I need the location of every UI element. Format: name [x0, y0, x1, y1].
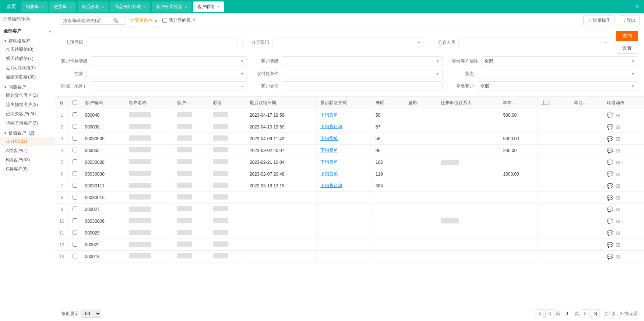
page-size-select[interactable]: 50 100: [81, 310, 101, 318]
query-button[interactable]: 查询: [616, 31, 638, 41]
chat-icon[interactable]: 💬: [607, 207, 613, 212]
row-select-checkbox[interactable]: [73, 254, 77, 258]
customer-type-select[interactable]: [282, 81, 443, 91]
row-select-checkbox[interactable]: [73, 112, 77, 117]
row-checkbox[interactable]: [68, 156, 81, 168]
more-conditions-button[interactable]: ▽ 更多条件 ▲: [130, 17, 158, 24]
filter-search-input[interactable]: [63, 18, 111, 23]
batch-op-button[interactable]: ☑ 批量操作: [583, 15, 615, 25]
all-customers-header[interactable]: 全部客户 «: [0, 25, 55, 36]
row-select-checkbox[interactable]: [73, 242, 77, 247]
contact-method-link[interactable]: 下销货单: [320, 171, 338, 176]
row-checkbox[interactable]: [68, 227, 81, 239]
chat-icon[interactable]: 💬: [607, 242, 613, 248]
row-checkbox[interactable]: [68, 180, 81, 192]
phone-input[interactable]: [86, 38, 238, 47]
row-select-checkbox[interactable]: [73, 183, 77, 188]
close-icon[interactable]: ×: [102, 4, 104, 9]
customer-level-select[interactable]: ▼: [282, 56, 443, 66]
sidebar-item-pending-today[interactable]: 今天待联络(0): [0, 45, 55, 54]
sidebar-item-pending-week[interactable]: 近7天待联络(0): [0, 63, 55, 73]
grid-icon[interactable]: ⊞: [616, 124, 620, 130]
row-checkbox[interactable]: [68, 168, 81, 180]
row-select-checkbox[interactable]: [73, 171, 77, 176]
last-page-button[interactable]: >|: [591, 309, 600, 318]
chat-icon[interactable]: 💬: [607, 218, 613, 224]
close-icon[interactable]: ×: [143, 4, 145, 9]
grid-icon[interactable]: ⊞: [616, 242, 620, 248]
sidebar-item-class-c[interactable]: C类客户(6): [0, 165, 55, 174]
dept-select[interactable]: ▼: [272, 38, 424, 47]
chat-icon[interactable]: 💬: [607, 159, 613, 165]
manager-select[interactable]: ···: [458, 38, 610, 47]
select-all-checkbox[interactable]: [73, 100, 77, 105]
row-checkbox[interactable]: [68, 204, 81, 215]
tab-customer-tier[interactable]: 客户分层经客 ×: [152, 1, 191, 12]
row-checkbox[interactable]: [68, 192, 81, 204]
value-group-label[interactable]: ▼ 价值客户 🔄: [0, 128, 55, 137]
row-checkbox[interactable]: [68, 133, 81, 145]
row-select-checkbox[interactable]: [73, 124, 77, 129]
chat-icon[interactable]: 💬: [607, 171, 613, 177]
sidebar-item-declining[interactable]: 持续下滑客户(2): [0, 119, 55, 128]
grid-icon[interactable]: ⊞: [616, 112, 620, 118]
grid-icon[interactable]: ⊞: [616, 230, 620, 236]
close-icon[interactable]: ×: [185, 4, 187, 9]
price-level-select[interactable]: ▼: [91, 56, 247, 66]
row-select-checkbox[interactable]: [73, 195, 77, 200]
sidebar-item-abnormal[interactable]: 固购异常客户(2): [0, 91, 55, 100]
grid-icon[interactable]: ⊞: [616, 254, 620, 260]
tab-product-analysis[interactable]: 商品分析 ×: [78, 1, 109, 12]
grid-icon[interactable]: ⊞: [616, 159, 620, 165]
grid-icon[interactable]: ⊞: [616, 195, 620, 201]
chat-icon[interactable]: 💬: [607, 148, 613, 154]
contact-method-link[interactable]: 下销货单: [320, 136, 338, 141]
contact-method-link[interactable]: 下销货单: [320, 148, 338, 153]
tab-sales-order[interactable]: 销售单 ×: [21, 1, 48, 12]
row-select-checkbox[interactable]: [73, 218, 77, 223]
row-checkbox[interactable]: [68, 251, 81, 262]
page-size-selector[interactable]: 每页显示 50 100: [61, 310, 101, 318]
close-icon[interactable]: ×: [217, 4, 219, 9]
chat-icon[interactable]: 💬: [607, 195, 613, 201]
checkbox-column-header[interactable]: [68, 97, 81, 109]
contact-method-link[interactable]: 下销货单: [320, 159, 338, 165]
settings-column-header[interactable]: ⚙: [55, 97, 68, 109]
sidebar-item-ungroup[interactable]: 未分组(32): [0, 137, 55, 146]
grid-icon[interactable]: ⊞: [616, 136, 620, 142]
tab-purchase-order[interactable]: 进货单 ×: [49, 1, 76, 12]
chat-icon[interactable]: 💬: [607, 230, 613, 236]
first-page-button[interactable]: |<: [535, 309, 544, 318]
nature-select[interactable]: ▼: [86, 69, 247, 78]
row-select-checkbox[interactable]: [73, 230, 77, 235]
grid-icon[interactable]: ⊞: [616, 218, 620, 224]
contact-method-link[interactable]: 下销售订单: [320, 124, 342, 129]
sidebar-item-class-b[interactable]: B类客户(33): [0, 155, 55, 165]
chat-icon[interactable]: 💬: [607, 254, 613, 260]
region-select[interactable]: ···: [91, 81, 247, 91]
grid-icon[interactable]: ⊞: [616, 148, 620, 154]
row-select-checkbox[interactable]: [73, 159, 77, 164]
sidebar-item-churn-warning[interactable]: 流失预警客户(3): [0, 100, 55, 109]
row-checkbox[interactable]: [68, 121, 81, 133]
page-number-input[interactable]: [562, 310, 573, 317]
status-select[interactable]: ▼: [477, 69, 638, 78]
grid-icon[interactable]: ⊞: [616, 207, 620, 212]
my-customers-checkbox-label[interactable]: 我分管的客户: [162, 17, 195, 24]
tab-product-analysis-list[interactable]: 商品分析列表 ×: [110, 1, 150, 12]
sidebar-item-pending-overdue[interactable]: 逾期未联络(30): [0, 73, 55, 82]
sidebar-search-input[interactable]: [3, 17, 55, 22]
grid-icon[interactable]: ⊞: [616, 183, 620, 189]
sidebar-item-pending-tomorrow[interactable]: 明天待联络(1): [0, 54, 55, 63]
contact-method-link[interactable]: 下销售订单: [320, 183, 342, 188]
export-button[interactable]: ↓ 导出: [619, 15, 640, 25]
grid-icon[interactable]: ⊞: [616, 171, 620, 177]
chat-icon[interactable]: 💬: [607, 112, 613, 118]
filter-search-box[interactable]: 🔍: [60, 17, 126, 25]
row-select-checkbox[interactable]: [73, 136, 77, 141]
contact-method-link[interactable]: 下销货单: [320, 112, 338, 117]
payment-select[interactable]: ▼: [282, 69, 443, 78]
close-icon[interactable]: ×: [41, 4, 43, 9]
row-select-checkbox[interactable]: [73, 207, 77, 211]
close-icon[interactable]: ×: [69, 4, 71, 9]
